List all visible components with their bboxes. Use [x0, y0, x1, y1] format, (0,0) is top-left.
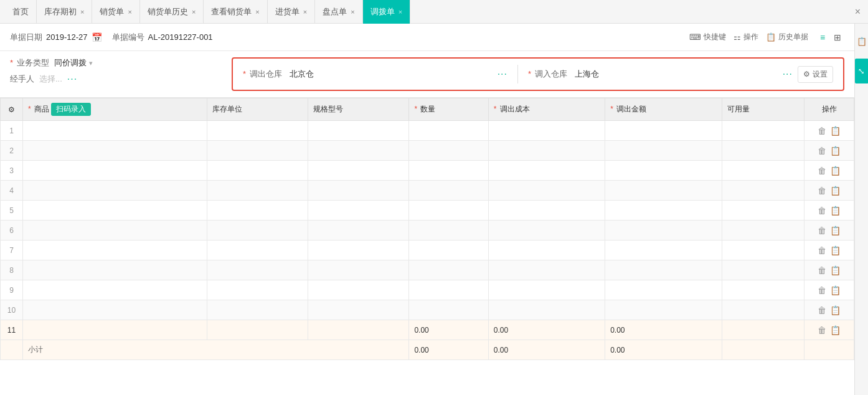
tab-transfer[interactable]: 调拨单 × [363, 0, 410, 24]
row-product[interactable] [23, 300, 207, 320]
layout-list-btn[interactable]: ≡ [816, 31, 829, 44]
row-cost[interactable] [488, 201, 605, 221]
row-cost[interactable] [488, 280, 605, 300]
row-copy-icon[interactable]: 📋 [830, 206, 841, 216]
row-qty[interactable] [409, 280, 488, 300]
row-cost[interactable] [488, 221, 605, 240]
row-delete-icon[interactable]: 🗑 [818, 126, 826, 136]
tab-view-sales-close[interactable]: × [255, 8, 259, 16]
row-delete-icon[interactable]: 🗑 [818, 226, 826, 236]
row-spec[interactable] [308, 300, 409, 320]
row-delete-icon[interactable]: 🗑 [818, 285, 826, 295]
tab-sales-history-close[interactable]: × [192, 8, 196, 16]
row-spec[interactable] [308, 161, 409, 181]
row-copy-icon[interactable]: 📋 [830, 166, 841, 176]
in-warehouse-dots-btn[interactable]: ··· [783, 69, 793, 80]
operations-btn[interactable]: ⚏ 操作 [734, 32, 758, 42]
tab-inventory-init-close[interactable]: × [80, 8, 84, 16]
row-product[interactable] [23, 161, 207, 181]
row-qty[interactable] [409, 121, 488, 141]
row-delete-icon[interactable]: 🗑 [818, 206, 826, 216]
row-product[interactable] [23, 141, 207, 161]
row-cost[interactable] [488, 300, 605, 320]
biz-type-select[interactable]: 同价调拨 ▾ [54, 57, 166, 69]
row-spec[interactable] [308, 260, 409, 280]
row-qty[interactable] [409, 141, 488, 161]
row-spec[interactable] [308, 221, 409, 240]
tab-transfer-close[interactable]: × [399, 8, 402, 16]
row-cost[interactable] [488, 161, 605, 181]
row-delete-icon[interactable]: 🗑 [818, 265, 826, 275]
row-unit[interactable] [207, 161, 308, 181]
row-cost[interactable] [488, 141, 605, 161]
row-copy-icon[interactable]: 📋 [830, 325, 841, 335]
row-copy-icon[interactable]: 📋 [830, 186, 841, 196]
row-product[interactable] [23, 121, 207, 141]
row-unit[interactable] [207, 300, 308, 320]
row-spec[interactable] [308, 141, 409, 161]
tab-inventory[interactable]: 盘点单 × [315, 0, 362, 24]
row-product[interactable] [23, 201, 207, 221]
tab-sales-close[interactable]: × [128, 8, 131, 16]
row-unit[interactable] [207, 181, 308, 201]
row-delete-icon[interactable]: 🗑 [818, 186, 826, 196]
row-amount[interactable] [605, 280, 722, 300]
row-amount[interactable] [605, 240, 722, 260]
row-delete-icon[interactable]: 🗑 [818, 146, 826, 156]
tab-sales-history[interactable]: 销货单历史 × [140, 0, 204, 24]
row-copy-icon[interactable]: 📋 [830, 285, 841, 295]
row-copy-icon[interactable]: 📋 [830, 245, 841, 255]
tab-inventory-close[interactable]: × [351, 8, 354, 16]
row-amount[interactable] [605, 161, 722, 181]
tab-purchase-close[interactable]: × [303, 8, 307, 16]
row-unit[interactable] [207, 221, 308, 240]
row-cost[interactable] [488, 240, 605, 260]
row-unit[interactable] [207, 280, 308, 300]
row-amount[interactable] [605, 260, 722, 280]
row-unit[interactable] [207, 121, 308, 141]
row-qty[interactable] [409, 240, 488, 260]
row-unit[interactable] [207, 201, 308, 221]
row-amount[interactable] [605, 121, 722, 141]
tab-home[interactable]: 首页 [5, 0, 37, 24]
row-qty[interactable] [409, 221, 488, 240]
row-copy-icon[interactable]: 📋 [830, 305, 841, 315]
row-copy-icon[interactable]: 📋 [830, 226, 841, 236]
row-delete-icon[interactable]: 🗑 [818, 245, 826, 255]
row-delete-icon[interactable]: 🗑 [818, 166, 826, 176]
row-unit[interactable] [207, 141, 308, 161]
row-amount[interactable] [605, 201, 722, 221]
row-delete-icon[interactable]: 🗑 [818, 325, 826, 335]
row-delete-icon[interactable]: 🗑 [818, 305, 826, 315]
row-qty[interactable] [409, 201, 488, 221]
row-amount[interactable] [605, 221, 722, 240]
row-amount[interactable] [605, 300, 722, 320]
row-spec[interactable] [308, 121, 409, 141]
row-amount[interactable] [605, 141, 722, 161]
tab-inventory-init[interactable]: 库存期初 × [37, 0, 92, 24]
tab-purchase[interactable]: 进货单 × [268, 0, 315, 24]
sidebar-doc-btn[interactable]: 📋 [855, 29, 869, 54]
row-qty[interactable] [409, 260, 488, 280]
out-warehouse-dots-btn[interactable]: ··· [498, 69, 507, 80]
shortcuts-btn[interactable]: ⌨ 快捷键 [689, 32, 726, 42]
row-product[interactable] [23, 221, 207, 240]
layout-grid-btn[interactable]: ⊞ [831, 31, 844, 44]
row-copy-icon[interactable]: 📋 [830, 265, 841, 275]
tab-view-sales[interactable]: 查看销货单 × [204, 0, 267, 24]
row-qty[interactable] [409, 161, 488, 181]
row-qty[interactable] [409, 300, 488, 320]
row-copy-icon[interactable]: 📋 [830, 146, 841, 156]
row-product[interactable] [23, 260, 207, 280]
calendar-icon[interactable]: 📅 [92, 32, 102, 42]
row-spec[interactable] [308, 280, 409, 300]
row-product[interactable] [23, 181, 207, 201]
row-spec[interactable] [308, 181, 409, 201]
row-unit[interactable] [207, 240, 308, 260]
row-copy-icon[interactable]: 📋 [830, 126, 841, 136]
scan-btn[interactable]: 扫码录入 [51, 103, 91, 116]
row-product[interactable] [23, 240, 207, 260]
row-spec[interactable] [308, 201, 409, 221]
history-btn[interactable]: 📋 历史单据 [766, 32, 808, 42]
row-amount[interactable] [605, 181, 722, 201]
